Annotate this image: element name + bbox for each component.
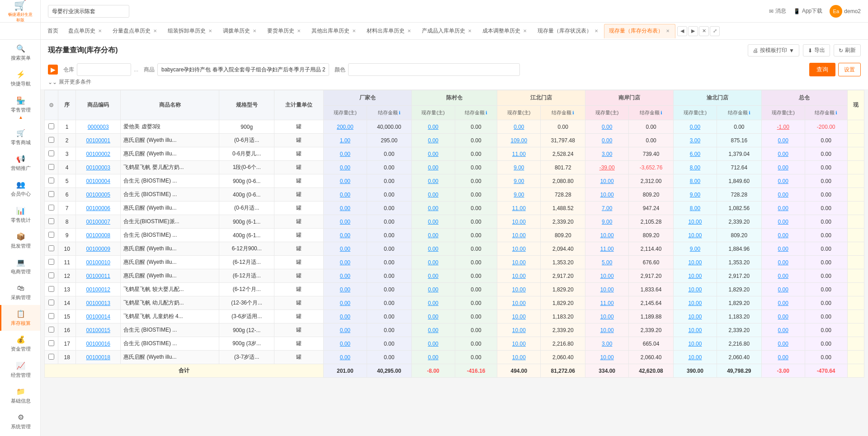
row-jiangbei-stock[interactable]: 10.00 — [497, 351, 541, 364]
row-total-stock[interactable]: 0.00 — [761, 269, 805, 283]
nav-tab-cost-adjust[interactable]: 成本调整单历史 ✕ — [477, 24, 533, 38]
nav-right-arrow[interactable]: ▶ — [688, 26, 698, 36]
close-tab-assemble[interactable]: ✕ — [208, 28, 213, 34]
row-jiangbei-stock[interactable]: 10.00 — [497, 229, 541, 242]
row-total-stock[interactable]: 0.00 — [761, 323, 805, 337]
row-yubeidu-stock[interactable]: 10.00 — [674, 256, 717, 269]
nav-tab-material-out[interactable]: 材料出库单历史 ✕ — [362, 24, 417, 38]
row-jiangbei-stock[interactable]: 10.00 — [497, 283, 541, 296]
refresh-btn[interactable]: ↻ 刷新 — [834, 44, 861, 56]
row-yubeidu-stock[interactable]: 9.00 — [674, 242, 717, 256]
row-jiangbei-stock[interactable]: 10.00 — [497, 323, 541, 337]
nav-close-all[interactable]: ✕ — [699, 26, 709, 36]
row-jiangbei-stock[interactable]: 109.00 — [497, 134, 541, 147]
row-yubeidu-stock[interactable]: 10.00 — [674, 229, 717, 242]
sidebar-item-search-hero[interactable]: 🔍 搜索英单 — [0, 40, 40, 66]
row-code[interactable]: 00100005 — [76, 188, 121, 202]
sidebar-item-quick-nav[interactable]: ⚡ 快捷导航 — [0, 66, 40, 91]
row-factory-stock[interactable]: 0.00 — [323, 242, 367, 256]
row-total-stock[interactable]: 0.00 — [761, 283, 805, 296]
row-nanan-stock[interactable]: 10.00 — [585, 269, 629, 283]
expand-btn[interactable]: ▶ — [48, 65, 58, 75]
row-nanan-stock[interactable]: 9.00 — [585, 215, 629, 229]
nav-tab-branch-count[interactable]: 分量盘点单历史 ✕ — [108, 24, 163, 38]
row-yubeidu-stock[interactable]: 3.00 — [674, 134, 717, 147]
row-nanan-stock[interactable]: 10.00 — [585, 310, 629, 323]
nav-tab-stock-dist[interactable]: 现存量（库存分布表）✕ — [604, 24, 675, 38]
row-jiangbei-stock[interactable]: 10.00 — [497, 242, 541, 256]
row-checkbox[interactable] — [45, 269, 58, 283]
row-total-stock[interactable]: 0.00 — [761, 310, 805, 323]
row-chenlu-stock[interactable]: 0.00 — [411, 134, 455, 147]
sidebar-item-purchase[interactable]: 🛍 采购管理 — [0, 280, 40, 305]
row-factory-stock[interactable]: 0.00 — [323, 174, 367, 188]
row-code[interactable]: 00100013 — [76, 296, 121, 310]
nav-tab-stock-status[interactable]: 现存量（库存状况表）✕ — [533, 24, 604, 38]
row-checkbox[interactable] — [45, 134, 58, 147]
row-total-stock[interactable]: 0.00 — [761, 296, 805, 310]
row-factory-stock[interactable]: 0.00 — [323, 323, 367, 337]
row-chenlu-stock[interactable]: 0.00 — [411, 147, 455, 161]
row-nanan-stock[interactable]: 7.00 — [585, 202, 629, 215]
row-jiangbei-stock[interactable]: 10.00 — [497, 310, 541, 323]
row-checkbox[interactable] — [45, 323, 58, 337]
row-chenlu-stock[interactable]: 0.00 — [411, 269, 455, 283]
row-nanan-stock[interactable]: 5.00 — [585, 256, 629, 269]
row-chenlu-stock[interactable]: 0.00 — [411, 120, 455, 134]
row-code[interactable]: 00100018 — [76, 351, 121, 364]
row-factory-stock[interactable]: 0.00 — [323, 161, 367, 174]
row-jiangbei-stock[interactable]: 10.00 — [497, 337, 541, 351]
row-nanan-stock[interactable]: 10.00 — [585, 323, 629, 337]
row-nanan-stock[interactable]: 10.00 — [585, 188, 629, 202]
row-factory-stock[interactable]: 0.00 — [323, 147, 367, 161]
nav-left-arrow[interactable]: ◀ — [677, 26, 687, 36]
row-jiangbei-stock[interactable]: 9.00 — [497, 161, 541, 174]
row-checkbox[interactable] — [45, 351, 58, 364]
row-factory-stock[interactable]: 1.00 — [323, 134, 367, 147]
row-chenlu-stock[interactable]: 0.00 — [411, 310, 455, 323]
row-chenlu-stock[interactable]: 0.00 — [411, 351, 455, 364]
row-chenlu-stock[interactable]: 0.00 — [411, 188, 455, 202]
row-checkbox[interactable] — [45, 120, 58, 134]
row-chenlu-stock[interactable]: 0.00 — [411, 202, 455, 215]
row-yubeidu-stock[interactable]: 8.00 — [674, 161, 717, 174]
row-nanan-stock[interactable]: 11.00 — [585, 242, 629, 256]
messages-btn[interactable]: ✉ 消息 — [769, 7, 786, 15]
row-jiangbei-stock[interactable]: 11.00 — [497, 147, 541, 161]
row-yubeidu-stock[interactable]: 6.00 — [674, 147, 717, 161]
nav-maximize[interactable]: ⤢ — [710, 26, 720, 36]
sidebar-item-system[interactable]: ⚙ 系统管理 — [0, 408, 40, 434]
row-jiangbei-stock[interactable]: 9.00 — [497, 188, 541, 202]
row-checkbox[interactable] — [45, 296, 58, 310]
row-nanan-stock[interactable]: 10.00 — [585, 229, 629, 242]
row-code[interactable]: 00100012 — [76, 283, 121, 296]
row-code[interactable]: 00100014 — [76, 310, 121, 323]
sidebar-item-finance[interactable]: 💰 资金管理 — [0, 331, 40, 356]
sidebar-item-ecommerce[interactable]: 💻 电商管理 — [0, 253, 40, 279]
row-chenlu-stock[interactable]: 0.00 — [411, 161, 455, 174]
row-yubeidu-stock[interactable]: 8.00 — [674, 174, 717, 188]
row-checkbox[interactable] — [45, 283, 58, 296]
row-checkbox[interactable] — [45, 147, 58, 161]
close-tab-cost[interactable]: ✕ — [522, 28, 528, 34]
row-total-stock[interactable]: 0.00 — [761, 337, 805, 351]
row-factory-stock[interactable]: 0.00 — [323, 310, 367, 323]
row-factory-stock[interactable]: 0.00 — [323, 296, 367, 310]
close-tab-product-in[interactable]: ✕ — [467, 28, 472, 34]
sidebar-item-retail-mgmt[interactable]: 🏪 零售管理 ▲ — [0, 92, 40, 124]
row-yubeidu-stock[interactable]: 10.00 — [674, 310, 717, 323]
color-input[interactable] — [348, 63, 520, 76]
row-nanan-stock[interactable]: -39.00 — [585, 161, 629, 174]
row-yubeidu-stock[interactable]: 10.00 — [674, 337, 717, 351]
close-tab-dist[interactable]: ✕ — [665, 28, 670, 34]
row-yubeidu-stock[interactable]: 10.00 — [674, 283, 717, 296]
row-factory-stock[interactable]: 0.00 — [323, 215, 367, 229]
close-tab-other-out[interactable]: ✕ — [351, 28, 357, 34]
sidebar-item-retail-stats[interactable]: 📊 零售统计 — [0, 202, 40, 228]
row-code[interactable]: 00100004 — [76, 174, 121, 188]
row-code[interactable]: 00100002 — [76, 147, 121, 161]
row-checkbox[interactable] — [45, 202, 58, 215]
row-jiangbei-stock[interactable]: 10.00 — [497, 269, 541, 283]
row-jiangbei-stock[interactable]: 10.00 — [497, 256, 541, 269]
row-total-stock[interactable]: -1.00 — [761, 120, 805, 134]
